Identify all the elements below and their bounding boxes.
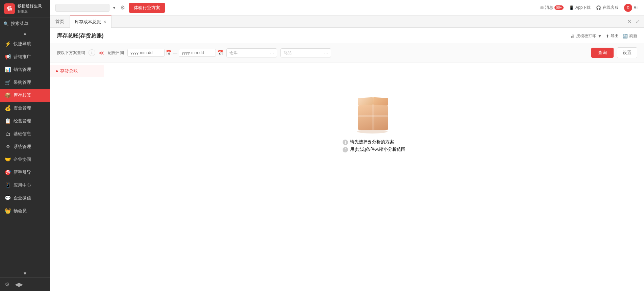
sidebar-item-label: 系统管理 [14, 144, 31, 150]
purchase-icon: 🛒 [5, 79, 11, 86]
finance-icon: 💰 [5, 105, 11, 111]
sidebar-item-label: 新手引导 [14, 169, 31, 175]
tab-inventory-ledger[interactable]: 库存成本总账 ✕ [70, 16, 112, 28]
inventory-icon: 📦 [5, 92, 11, 98]
print-icon: 🖨 [571, 34, 575, 39]
sidebar-item-label: 采购管理 [14, 79, 31, 86]
sidebar-item-guide[interactable]: 🎯 新手引导 [0, 166, 50, 179]
app-download-button[interactable]: 📱 App下载 [569, 5, 591, 10]
system-icon: ⚙ [5, 144, 11, 150]
hint-text-1: 请先选择要分析的方案 [350, 139, 394, 145]
warehouse-label: 仓库 [229, 50, 269, 56]
sidebar-item-member[interactable]: 👑 畅会员 [0, 204, 50, 217]
refresh-label: 刷新 [629, 33, 637, 39]
tab-close-panel-button[interactable]: ✕ [626, 17, 633, 26]
sidebar-item-label: 基础信息 [14, 131, 31, 137]
date-field-label: 记账日期 [108, 50, 124, 56]
export-icon: ⬆ [606, 34, 609, 39]
messages-button[interactable]: ✉ 消息 99+ [540, 5, 564, 10]
query-button[interactable]: 查询 [591, 48, 614, 58]
filter-label: 按以下方案查询 [57, 50, 85, 56]
user-name: Rit [634, 5, 639, 10]
topbar: ▼ ⚙ 体验行业方案 ✉ 消息 99+ 📱 App下载 🎧 在线客服 R Rit [50, 0, 644, 16]
sidebar-item-inventory[interactable]: 📦 库存核算 [0, 89, 50, 102]
member-icon: 👑 [5, 208, 11, 214]
tab-label: 库存成本总账 [75, 19, 101, 25]
calendar-start-icon[interactable]: 📅 [166, 50, 172, 55]
export-label: 导出 [611, 33, 619, 39]
sidebar-item-sales[interactable]: 📊 销售管理 [0, 63, 50, 76]
scroll-up-button[interactable]: ▲ [0, 29, 50, 38]
tab-bar: 首页 库存成本总账 ✕ ✕ ⤢ [50, 16, 644, 28]
scheme-icon: ● [55, 68, 58, 74]
basic-icon: 🗂 [5, 131, 11, 137]
quick-nav-icon: ⚡ [5, 41, 11, 47]
breadcrumb-input[interactable] [55, 4, 109, 12]
sidebar-item-appcenter[interactable]: 📱 应用中心 [0, 179, 50, 192]
product-select[interactable]: 商品 ··· [280, 48, 331, 57]
sidebar-item-label: 应用中心 [14, 182, 31, 188]
sidebar-item-purchase[interactable]: 🛒 采购管理 [0, 76, 50, 89]
sidebar-item-label: 经营管理 [14, 118, 31, 124]
operation-icon: 📋 [5, 118, 11, 124]
topbar-right: ✉ 消息 99+ 📱 App下载 🎧 在线客服 R Rit [540, 4, 639, 12]
tab-home[interactable]: 首页 [50, 16, 70, 27]
topbar-left: ▼ ⚙ 体验行业方案 [55, 3, 537, 13]
content-body: ● 存货总账 [50, 63, 644, 181]
calendar-end-icon[interactable]: 📅 [217, 50, 223, 55]
sidebar-item-wechat[interactable]: 💬 企业微信 [0, 192, 50, 204]
hint-text-2: 用[过滤]条件来缩小分析范围 [350, 146, 405, 152]
industry-button[interactable]: 体验行业方案 [129, 3, 165, 13]
sidebar-nav: ⚡ 快捷导航 📢 营销推广 📊 销售管理 🛒 采购管理 📦 库存核算 💰 资金管… [0, 38, 50, 269]
page-content: 库存总账(存货总账) 🖨 按模板打印 ▼ ⬆ 导出 🔄 刷新 按以下方案查询 [50, 28, 644, 291]
date-start-input[interactable] [127, 49, 165, 57]
gear-button[interactable]: ⚙ [119, 3, 126, 12]
dropdown-arrow[interactable]: ▼ [112, 5, 116, 10]
cooperation-icon: 🤝 [5, 156, 11, 163]
collapse-icon[interactable]: ◀▶ [15, 281, 23, 288]
filter-close-button[interactable]: ≪ [99, 50, 104, 56]
sidebar-item-quick-nav[interactable]: ⚡ 快捷导航 [0, 38, 50, 50]
app-download-label: App下载 [575, 5, 591, 10]
sidebar-item-label: 企业微信 [14, 195, 31, 201]
sidebar-item-cooperation[interactable]: 🤝 企业协同 [0, 153, 50, 166]
date-range-group: 📅 — 📅 [127, 49, 223, 57]
settings-button[interactable]: 设置 [617, 47, 637, 58]
tab-close-button[interactable]: ✕ [103, 20, 106, 24]
scroll-down-button[interactable]: ▼ [0, 269, 50, 277]
sidebar-item-marketing[interactable]: 📢 营销推广 [0, 50, 50, 63]
filter-add-button[interactable]: + [89, 49, 95, 56]
settings-icon[interactable]: ⚙ [5, 281, 9, 288]
print-button[interactable]: 🖨 按模板打印 ▼ [571, 33, 602, 39]
message-icon: ✉ [540, 5, 544, 10]
product-more-icon: ··· [324, 50, 328, 55]
logo-icon: 畅 [4, 3, 15, 14]
refresh-button[interactable]: 🔄 刷新 [623, 33, 637, 39]
scheme-sidebar: ● 存货总账 [50, 63, 104, 181]
tab-expand-button[interactable]: ⤢ [634, 17, 641, 26]
search-menu[interactable]: 🔍 搜索菜单 [0, 18, 50, 29]
export-button[interactable]: ⬆ 导出 [606, 33, 619, 39]
messages-label: 消息 [545, 5, 553, 10]
empty-illustration [352, 90, 396, 134]
sidebar-item-finance[interactable]: 💰 资金管理 [0, 102, 50, 115]
search-icon: 🔍 [3, 21, 9, 26]
scheme-item-inventory-ledger[interactable]: ● 存货总账 [50, 65, 104, 77]
sidebar: 畅 畅捷通好生意 标准版 🔍 搜索菜单 ▲ ⚡ 快捷导航 📢 营销推广 📊 销售… [0, 0, 50, 291]
date-end-input[interactable] [179, 49, 216, 57]
sidebar-item-label: 快捷导航 [14, 41, 31, 47]
messages-badge: 99+ [554, 5, 564, 10]
sidebar-item-basic[interactable]: 🗂 基础信息 [0, 127, 50, 140]
online-service-button[interactable]: 🎧 在线客服 [596, 5, 619, 10]
sidebar-item-label: 资金管理 [14, 105, 31, 111]
sidebar-item-system[interactable]: ⚙ 系统管理 [0, 140, 50, 153]
page-header-actions: 🖨 按模板打印 ▼ ⬆ 导出 🔄 刷新 [571, 33, 637, 39]
warehouse-more-icon: ··· [270, 50, 274, 55]
user-avatar[interactable]: R Rit [624, 4, 639, 12]
wechat-icon: 💬 [5, 195, 11, 201]
avatar: R [624, 4, 632, 12]
sidebar-item-operation[interactable]: 📋 经营管理 [0, 115, 50, 127]
warehouse-select[interactable]: 仓库 ··· [226, 48, 277, 57]
logo-badge: 标准版 [18, 9, 42, 14]
sidebar-item-label: 营销推广 [14, 54, 31, 60]
